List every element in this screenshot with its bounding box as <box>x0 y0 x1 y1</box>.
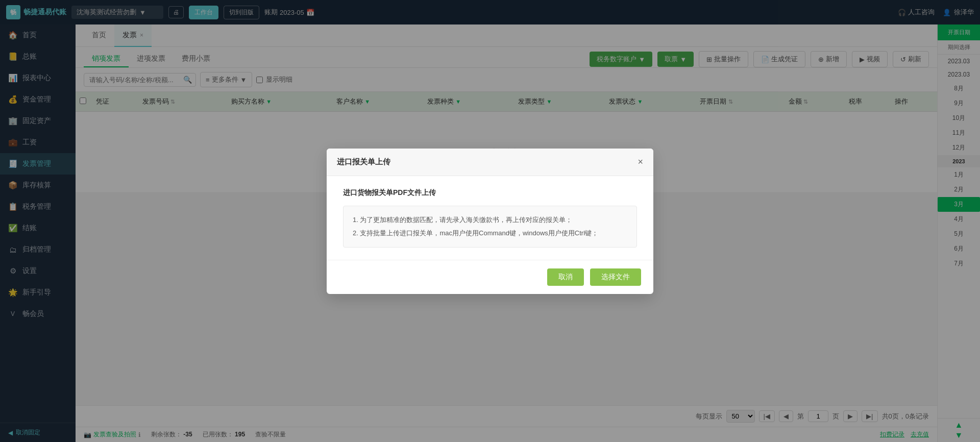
modal-overlay: 进口报关单上传 × 进口货物报关单PDF文件上传 1. 为了更加精准的数据匹配，… <box>0 0 980 442</box>
select-file-button[interactable]: 选择文件 <box>590 268 641 286</box>
modal-title: 进口报关单上传 <box>337 157 390 167</box>
modal-footer: 取消 选择文件 <box>327 260 653 294</box>
modal-info-item-2: 2. 支持批量上传进口报关单，mac用户使用Command键，windows用户… <box>353 227 627 240</box>
modal-body: 进口货物报关单PDF文件上传 1. 为了更加精准的数据匹配，请先录入海关缴款书，… <box>327 176 653 260</box>
import-customs-modal: 进口报关单上传 × 进口货物报关单PDF文件上传 1. 为了更加精准的数据匹配，… <box>327 149 653 294</box>
modal-header: 进口报关单上传 × <box>327 149 653 176</box>
modal-close-button[interactable]: × <box>638 157 643 167</box>
modal-cancel-button[interactable]: 取消 <box>547 268 584 286</box>
modal-info-item-1: 1. 为了更加精准的数据匹配，请先录入海关缴款书，再上传对应的报关单； <box>353 213 627 227</box>
modal-info-box: 1. 为了更加精准的数据匹配，请先录入海关缴款书，再上传对应的报关单； 2. 支… <box>343 206 637 248</box>
modal-section-title: 进口货物报关单PDF文件上传 <box>343 188 637 198</box>
